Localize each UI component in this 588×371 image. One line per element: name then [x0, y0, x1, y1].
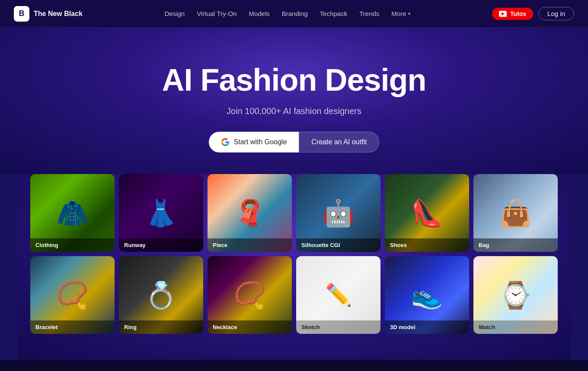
- gallery-item-necklace[interactable]: 📿 Necklace: [208, 256, 292, 334]
- watch-label: Watch: [473, 320, 558, 334]
- sketch-label: Sketch: [296, 320, 380, 334]
- shoes-label: Shoes: [385, 238, 469, 252]
- create-outfit-button[interactable]: Create an AI outfit: [299, 132, 379, 152]
- ring-label: Ring: [119, 320, 203, 334]
- hero-buttons: Start with Google Create an AI outfit: [9, 132, 579, 152]
- gallery-item-sketch[interactable]: ✏️ Sketch: [296, 256, 380, 334]
- youtube-icon: [499, 11, 507, 17]
- nav-models[interactable]: Models: [249, 10, 269, 17]
- hero-subtitle: Join 100,000+ AI fashion designers: [9, 106, 579, 116]
- gallery-item-piece[interactable]: 🧣 Piece: [208, 174, 292, 252]
- nav-techpack[interactable]: Techpack: [320, 10, 347, 17]
- gallery-item-3dmodel[interactable]: 👟 3D model: [385, 256, 469, 334]
- gallery-item-ring[interactable]: 💍 Ring: [119, 256, 203, 334]
- nav-trends[interactable]: Trends: [359, 10, 379, 17]
- play-triangle: [502, 12, 505, 16]
- bottom-section: [0, 360, 588, 371]
- 3dmodel-label: 3D model: [385, 320, 469, 334]
- logo-link[interactable]: B The New Black: [14, 6, 83, 22]
- nav-branding[interactable]: Branding: [282, 10, 308, 17]
- hero-section: AI Fashion Design Join 100,000+ AI fashi…: [0, 28, 588, 174]
- logo-icon: B: [14, 6, 29, 22]
- nav-design[interactable]: Design: [164, 10, 185, 17]
- gallery-item-watch[interactable]: ⌚ Watch: [473, 256, 558, 334]
- login-button[interactable]: Log in: [538, 7, 574, 20]
- google-icon: [221, 138, 230, 146]
- gallery-item-shoes[interactable]: 👠 Shoes: [385, 174, 469, 252]
- gallery-item-runway[interactable]: 👗 Runway: [119, 174, 203, 252]
- bag-label: Bag: [473, 238, 558, 252]
- gallery-item-silhouette[interactable]: 🤖 Silhouette CGI: [296, 174, 380, 252]
- gallery-item-clothing[interactable]: 🧥 Clothing: [30, 174, 115, 252]
- silhouette-label: Silhouette CGI: [296, 238, 380, 252]
- google-signin-button[interactable]: Start with Google: [209, 132, 299, 152]
- gallery-section: 🧥 Clothing 👗 Runway 🧣 Piece 🤖 Silhouette…: [17, 174, 571, 360]
- necklace-label: Necklace: [208, 320, 292, 334]
- gallery-item-bracelet[interactable]: 📿 Bracelet: [30, 256, 115, 334]
- youtube-button[interactable]: Tutos: [492, 8, 533, 20]
- clothing-label: Clothing: [30, 238, 115, 252]
- runway-label: Runway: [119, 238, 203, 252]
- gallery-item-bag[interactable]: 👜 Bag: [473, 174, 558, 252]
- nav-virtual-try-on[interactable]: Virtual Try-On: [197, 10, 236, 17]
- nav-more[interactable]: More ▾: [391, 10, 410, 17]
- logo-text: The New Black: [34, 10, 83, 18]
- navigation: B The New Black Design Virtual Try-On Mo…: [0, 0, 588, 28]
- bracelet-label: Bracelet: [30, 320, 115, 334]
- nav-right: Tutos Log in: [492, 7, 574, 20]
- nav-links: Design Virtual Try-On Models Branding Te…: [164, 10, 410, 18]
- chevron-down-icon: ▾: [408, 11, 410, 16]
- piece-label: Piece: [208, 238, 292, 252]
- gallery-grid: 🧥 Clothing 👗 Runway 🧣 Piece 🤖 Silhouette…: [30, 174, 558, 334]
- hero-title: AI Fashion Design: [9, 62, 579, 98]
